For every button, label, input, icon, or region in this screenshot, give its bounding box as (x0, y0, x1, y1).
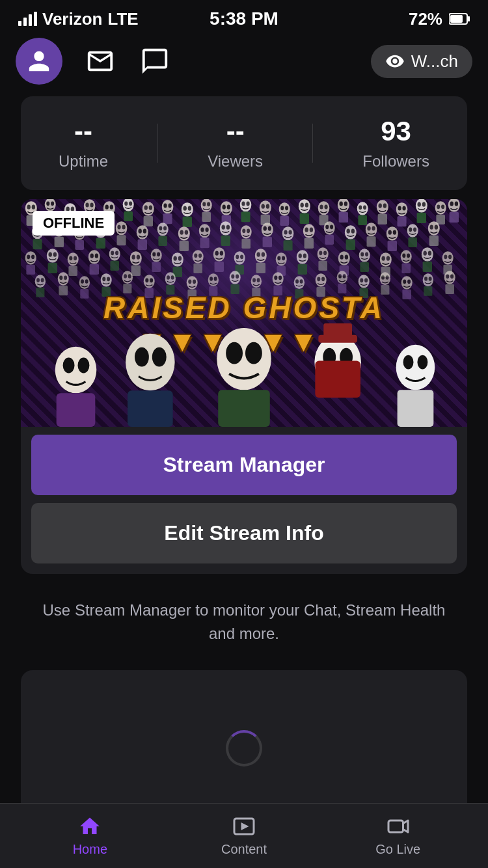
svg-rect-39 (388, 821, 403, 832)
svg-rect-31 (323, 323, 352, 336)
carrier-name: Verizon (42, 9, 102, 29)
inbox-icon-button[interactable] (83, 44, 117, 78)
action-buttons: Stream Manager Edit Stream Info (21, 427, 467, 574)
battery-percent: 72% (409, 9, 442, 29)
svg-rect-22 (128, 390, 173, 427)
svg-point-24 (226, 342, 243, 364)
svg-rect-18 (57, 393, 96, 427)
nav-tab-content[interactable]: Content (167, 809, 321, 862)
stat-divider-1 (157, 124, 158, 163)
watch-channel-button[interactable]: W...ch (371, 45, 472, 78)
viewers-stat: -- Viewers (208, 116, 263, 170)
nav-home-label: Home (73, 842, 107, 857)
stats-card: -- Uptime -- Viewers 93 Followers (21, 96, 467, 190)
top-nav: W...ch (0, 35, 488, 87)
viewers-label: Viewers (208, 152, 263, 170)
stream-manager-button[interactable]: Stream Manager (31, 435, 457, 495)
status-time: 5:38 PM (210, 8, 278, 29)
carrier-info: Verizon LTE (18, 9, 139, 29)
ghost-figures-svg (21, 323, 467, 427)
svg-point-20 (135, 347, 149, 367)
nav-left-icons (16, 38, 172, 85)
uptime-label: Uptime (59, 152, 108, 170)
avatar-button[interactable] (16, 38, 62, 85)
followers-stat: 93 Followers (362, 116, 429, 170)
nav-content-label: Content (221, 842, 267, 857)
network-type: LTE (107, 9, 138, 29)
svg-point-33 (396, 345, 435, 390)
nav-tab-home[interactable]: Home (13, 809, 167, 862)
svg-rect-1 (468, 16, 470, 21)
svg-marker-38 (241, 822, 249, 830)
status-bar: Verizon LTE 5:38 PM 72% (0, 0, 488, 35)
svg-rect-36 (398, 390, 434, 427)
nav-tab-golive[interactable]: Go Live (321, 809, 475, 862)
loading-spinner (226, 730, 262, 766)
svg-marker-40 (403, 821, 408, 832)
stream-description: Use Stream Manager to monitor your Chat,… (0, 583, 488, 661)
svg-point-23 (217, 328, 271, 390)
svg-point-16 (63, 358, 75, 373)
watch-channel-label: W...ch (411, 51, 458, 72)
svg-rect-2 (450, 15, 463, 23)
stream-title-top: RAISED GHOSTA (43, 290, 444, 325)
followers-value: 93 (381, 116, 411, 147)
svg-rect-26 (218, 390, 270, 427)
followers-label: Followers (362, 152, 429, 170)
viewers-value: -- (226, 116, 245, 147)
battery-info: 72% (409, 9, 470, 29)
svg-point-15 (55, 347, 97, 394)
svg-point-25 (245, 342, 262, 364)
uptime-stat: -- Uptime (59, 116, 108, 170)
bottom-nav: Home Content Go Live (0, 803, 488, 868)
battery-icon (449, 13, 470, 25)
svg-point-17 (77, 358, 89, 373)
uptime-value: -- (74, 116, 92, 147)
chat-icon-button[interactable] (138, 44, 172, 78)
offline-badge: OFFLINE (33, 211, 115, 236)
svg-rect-32 (315, 361, 360, 398)
edit-stream-info-button[interactable]: Edit Stream Info (31, 503, 457, 563)
svg-point-35 (417, 355, 427, 370)
signal-icon (18, 12, 37, 26)
nav-golive-label: Go Live (375, 842, 420, 857)
svg-point-34 (403, 355, 414, 370)
stream-preview: RAISED GHOSTA ▼▼▼▼▼▼▼ (21, 199, 467, 427)
stat-divider-2 (312, 124, 313, 163)
svg-point-19 (126, 334, 175, 390)
stream-card: RAISED GHOSTA ▼▼▼▼▼▼▼ (21, 199, 467, 574)
svg-point-21 (152, 347, 167, 367)
